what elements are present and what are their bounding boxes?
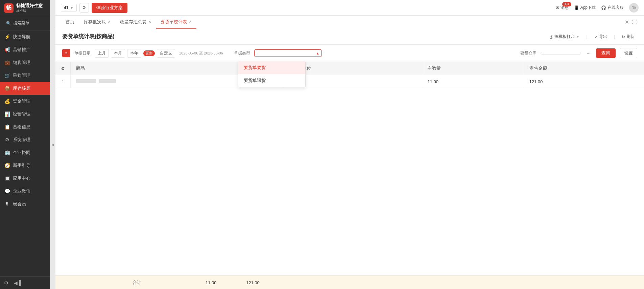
sidebar-item-finance[interactable]: 💰资金管理 (0, 95, 50, 108)
sidebar-item-inventory[interactable]: 📦库存核算 (0, 82, 50, 95)
this-month-button[interactable]: 本月 (111, 49, 125, 58)
wechat-icon: 💬 (4, 188, 10, 194)
sidebar-item-marketing[interactable]: 📢营销推广 (0, 43, 50, 56)
query-button[interactable]: 查询 (596, 48, 616, 58)
expand-icon: ⛶ (632, 19, 637, 25)
filter-bar: » 单据日期 上月 本月 本年 更多 自定义 2023-05-06 至 2023… (55, 45, 644, 62)
table-body: 1 块 11.00 121.00 (55, 75, 644, 88)
collapse-icon[interactable]: ◀▐ (14, 280, 21, 286)
table-settings-col[interactable]: ⚙ (55, 62, 71, 75)
settings-icon[interactable]: ⚙ (4, 280, 8, 286)
tabs-bar: 首页库存批次账✕收发存汇总表✕要货单统计表✕✕⛶ (55, 16, 644, 29)
sidebar-nav: ⚡快捷导航📢营销推广💼销售管理🛒采购管理📦库存核算💰资金管理📊经营管理📋基础信息… (0, 30, 50, 276)
divider: | (586, 34, 587, 39)
table-header: ⚙ 商品 主计量单位 主数量 零售金额 (55, 62, 644, 75)
row-amount: 121.00 (524, 75, 644, 88)
sidebar-item-basic[interactable]: 📋基础信息 (0, 120, 50, 133)
tab-requisition[interactable]: 要货单统计表✕ (156, 16, 196, 29)
main-content: 41 ▼ ⚙ 体验行业方案 ✉ 消息 99+ 📱 App下载 🎧 在线客服 (55, 0, 644, 289)
app-download-button[interactable]: 📱 App下载 (574, 5, 596, 10)
footer-amount: 121.00 (241, 280, 260, 285)
topbar-right: ✉ 消息 99+ 📱 App下载 🎧 在线客服 Rit (556, 3, 639, 13)
messages-button[interactable]: ✉ 消息 99+ (556, 5, 569, 10)
settings-button[interactable]: 设置 (620, 48, 637, 58)
dropdown-item-return[interactable]: 要货单退货 (238, 74, 305, 87)
tab-close-batch[interactable]: ✕ (108, 20, 111, 24)
type-select-input[interactable] (257, 51, 312, 55)
message-icon: ✉ (556, 5, 559, 10)
sidebar-bottom: ⚙ ◀▐ (0, 276, 50, 289)
more-filter-button[interactable]: ··· (585, 50, 592, 56)
sidebar-item-sales[interactable]: 💼销售管理 (0, 56, 50, 69)
sidebar-item-vip[interactable]: 🎖畅会员 (0, 198, 50, 210)
row-index: 1 (55, 75, 71, 88)
sidebar-item-system[interactable]: ⚙系统管理 (0, 133, 50, 146)
try-industry-button[interactable]: 体验行业方案 (92, 3, 127, 13)
sidebar-item-guide[interactable]: 🧭新手引导 (0, 159, 50, 172)
filter-expand-button[interactable]: » (62, 49, 70, 57)
topbar: 41 ▼ ⚙ 体验行业方案 ✉ 消息 99+ 📱 App下载 🎧 在线客服 (55, 0, 644, 16)
type-select[interactable]: ▲ (254, 49, 322, 57)
dropdown-item-order[interactable]: 要货单要货 (238, 61, 305, 74)
tab-home[interactable]: 首页 (61, 16, 79, 29)
gear-icon: ⚙ (82, 5, 86, 10)
tab-close-all-button[interactable]: ✕ (623, 19, 630, 25)
last-month-button[interactable]: 上月 (95, 49, 109, 58)
data-table: ⚙ 商品 主计量单位 主数量 零售金额 1 块 11.00 121.00 (55, 62, 644, 88)
sidebar-item-wechat[interactable]: 💬企业微信 (0, 185, 50, 198)
chevron-down-icon: ▼ (576, 35, 579, 39)
refresh-button[interactable]: ↻ 刷新 (619, 32, 637, 41)
avatar[interactable]: Rit (629, 3, 639, 13)
app-icon: 📱 (574, 5, 579, 10)
page-actions: 🖨 按模板打印 ▼ | ↗ 导出 | ↻ 刷新 (546, 32, 637, 41)
sidebar-logo: 畅 畅捷通好生意 标准版 (0, 0, 50, 16)
logo-text: 畅捷通好生意 标准版 (16, 3, 43, 13)
refresh-icon: ↻ (622, 35, 625, 39)
table-wrap: ⚙ 商品 主计量单位 主数量 零售金额 1 块 11.00 121.00 (55, 62, 644, 275)
tab-expand-button[interactable]: ⛶ (630, 19, 639, 25)
service-icon: 🎧 (601, 5, 606, 10)
search-icon: 🔍 (6, 21, 11, 26)
message-badge: 99+ (562, 2, 571, 6)
footer-quantity: 11.00 (200, 280, 217, 285)
sidebar-item-purchase[interactable]: 🛒采购管理 (0, 69, 50, 82)
sidebar-collapse-button[interactable]: ◀ (50, 0, 55, 289)
tab-batch[interactable]: 库存批次账✕ (79, 16, 115, 29)
more-date-badge[interactable]: 更多 (143, 50, 155, 56)
tab-receivable[interactable]: 收发存汇总表✕ (115, 16, 156, 29)
sidebar: 畅 畅捷通好生意 标准版 🔍 搜索菜单 ⚡快捷导航📢营销推广💼销售管理🛒采购管理… (0, 0, 50, 289)
topbar-gear-button[interactable]: ⚙ (79, 3, 89, 13)
system-icon: ⚙ (4, 137, 10, 142)
tab-close-receivable[interactable]: ✕ (148, 20, 151, 24)
sidebar-item-enterprise[interactable]: 🏢企业协同 (0, 146, 50, 159)
export-icon: ↗ (594, 35, 598, 39)
sidebar-item-operations[interactable]: 📊经营管理 (0, 108, 50, 120)
page-area: 要货单统计表(按商品) 🖨 按模板打印 ▼ | ↗ 导出 | ↻ 刷新 (55, 29, 644, 289)
date-range-display: 2023-05-06 至 2023-06-06 (179, 51, 223, 56)
type-dropdown: 要货单要货要货单退货 (238, 61, 306, 87)
table-amount-col: 零售金额 (524, 62, 644, 75)
company-selector[interactable]: 41 ▼ (61, 4, 77, 12)
export-button[interactable]: ↗ 导出 (592, 32, 610, 41)
customer-service-button[interactable]: 🎧 在线客服 (601, 5, 624, 10)
row-quantity: 11.00 (422, 75, 524, 88)
table-footer: 合计 11.00 121.00 (55, 275, 644, 289)
topbar-left: 41 ▼ ⚙ 体验行业方案 (61, 3, 556, 13)
sidebar-item-shortcut[interactable]: ⚡快捷导航 (0, 30, 50, 43)
sidebar-search[interactable]: 🔍 搜索菜单 (0, 16, 50, 30)
sidebar-item-apps[interactable]: 🔲应用中心 (0, 172, 50, 185)
tab-close-requisition[interactable]: ✕ (189, 20, 192, 24)
vip-icon: 🎖 (4, 201, 10, 207)
enterprise-icon: 🏢 (4, 150, 10, 155)
warehouse-select[interactable] (541, 52, 581, 54)
print-button[interactable]: 🖨 按模板打印 ▼ (546, 32, 582, 41)
chevron-up-icon: ▲ (316, 51, 319, 55)
sidebar-search-button[interactable]: 🔍 搜索菜单 (3, 19, 47, 27)
this-year-button[interactable]: 本年 (127, 49, 141, 58)
divider: | (614, 34, 615, 39)
custom-date-button[interactable]: 自定义 (157, 49, 175, 58)
page-header: 要货单统计表(按商品) 🖨 按模板打印 ▼ | ↗ 导出 | ↻ 刷新 (55, 29, 644, 45)
marketing-icon: 📢 (4, 47, 10, 52)
close-all-icon: ✕ (625, 19, 629, 25)
print-icon: 🖨 (549, 35, 553, 39)
